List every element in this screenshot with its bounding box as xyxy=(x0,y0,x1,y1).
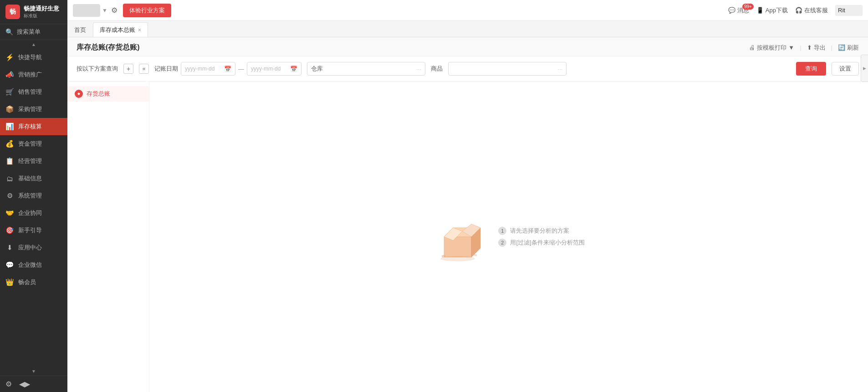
date-end-input[interactable]: yyyy-mm-dd 📅 xyxy=(247,62,301,76)
export-btn[interactable]: ⬆ 导出 xyxy=(807,44,826,52)
sidebar-item-member[interactable]: 👑 畅会员 xyxy=(0,274,67,291)
sidebar-menu: ⚡ 快捷导航 📣 营销推广 🛒 销售管理 📦 采购管理 📊 库存核算 💰 资金管… xyxy=(0,49,67,367)
calendar-end-icon[interactable]: 📅 xyxy=(290,66,297,72)
warehouse-select[interactable]: 仓库 ··· xyxy=(307,62,425,76)
quick-nav-icon: ⚡ xyxy=(5,53,14,61)
refresh-btn[interactable]: 🔄 刷新 xyxy=(838,44,859,52)
filter-area: 按以下方案查询 + « 记账日期 yyyy-mm-dd 📅 — yyyy-mm-… xyxy=(67,56,868,81)
app-center-icon: ⬇ xyxy=(5,244,14,252)
topbar-settings-icon[interactable]: ⚙ xyxy=(111,6,117,15)
filter-row: 按以下方案查询 + « 记账日期 yyyy-mm-dd 📅 — yyyy-mm-… xyxy=(77,62,859,76)
step-1-circle: 1 xyxy=(498,227,506,235)
guide-icon: 🎯 xyxy=(5,226,14,234)
sidebar-item-basic[interactable]: 🗂 基础信息 xyxy=(0,170,67,187)
product-more-icon[interactable]: ··· xyxy=(557,66,562,72)
right-panel-collapse-btn[interactable]: ▶ xyxy=(861,55,868,82)
sidebar-item-system[interactable]: ⚙ 系统管理 xyxy=(0,187,67,204)
product-select[interactable]: ··· xyxy=(448,62,567,76)
sidebar-item-purchase[interactable]: 📦 采购管理 xyxy=(0,101,67,118)
topbar: ▼ ⚙ 体验行业方案 💬 消息 99+ 📱 App下载 🎧 在线客服 Rit xyxy=(67,0,868,21)
svg-marker-0 xyxy=(444,237,471,257)
phone-icon: 📱 xyxy=(756,7,764,14)
page-content: 库存总账(存货总账) 🖨 按模板打印 ▼ | ⬆ 导出 | 🔄 刷新 xyxy=(67,37,868,392)
sidebar-search[interactable]: 🔍 搜索菜单 xyxy=(0,24,67,40)
refresh-icon: 🔄 xyxy=(838,44,845,51)
sidebar-item-sales[interactable]: 🛒 销售管理 xyxy=(0,83,67,101)
page-header-actions: 🖨 按模板打印 ▼ | ⬆ 导出 | 🔄 刷新 xyxy=(749,44,859,52)
collapse-sidebar-icon[interactable]: ◀▶ xyxy=(19,380,30,388)
export-icon: ⬆ xyxy=(807,44,812,51)
sidebar-item-marketing[interactable]: 📣 营销推广 xyxy=(0,66,67,83)
print-icon: 🖨 xyxy=(749,44,755,51)
main-area: ▼ ⚙ 体验行业方案 💬 消息 99+ 📱 App下载 🎧 在线客服 Rit xyxy=(67,0,868,392)
cooperation-icon: 🤝 xyxy=(5,209,14,217)
empty-illustration-svg xyxy=(433,209,487,264)
product-label: 商品 xyxy=(431,65,443,73)
logo-icon: 畅 xyxy=(5,5,20,19)
marketing-icon: 📣 xyxy=(5,71,14,79)
settings-footer-icon[interactable]: ⚙ xyxy=(5,380,12,388)
search-btn[interactable]: 查询 xyxy=(796,62,826,76)
sidebar-item-cooperation[interactable]: 🤝 企业协同 xyxy=(0,204,67,222)
tab-inventory-cost[interactable]: 库存成本总账 × xyxy=(93,22,148,37)
app-logo: 畅 畅捷通好生意 标准版 xyxy=(0,0,67,24)
wechat-icon: 💬 xyxy=(5,261,14,269)
empty-illustration xyxy=(433,209,487,264)
empty-state: 1 请先选择要分析的方案 2 用[过滤]条件来缩小分析范围 xyxy=(433,209,584,264)
sidebar-item-operation[interactable]: 📋 经营管理 xyxy=(0,153,67,170)
date-start-input[interactable]: yyyy-mm-dd 📅 xyxy=(181,62,235,76)
sidebar-item-inventory[interactable]: 📊 库存核算 xyxy=(0,118,67,135)
sidebar-item-guide[interactable]: 🎯 新手引导 xyxy=(0,222,67,239)
messages-btn[interactable]: 💬 消息 99+ xyxy=(728,6,749,15)
operation-icon: 📋 xyxy=(5,157,14,165)
system-icon: ⚙ xyxy=(5,192,14,200)
logo-text: 畅捷通好生意 标准版 xyxy=(24,5,59,19)
scheme-item-inventory-ledger[interactable]: 存货总账 xyxy=(67,86,149,102)
warehouse-more-icon[interactable]: ··· xyxy=(416,66,421,72)
tab-home[interactable]: 首页 xyxy=(67,22,93,37)
breadcrumb: ▼ ⚙ 体验行业方案 xyxy=(73,4,725,17)
content-area: 1 请先选择要分析的方案 2 用[过滤]条件来缩小分析范围 xyxy=(149,81,868,392)
topbar-right: 💬 消息 99+ 📱 App下载 🎧 在线客服 Rit xyxy=(728,5,863,16)
date-label: 记账日期 xyxy=(154,65,178,73)
messages-badge: 99+ xyxy=(742,4,754,10)
sidebar-item-finance[interactable]: 💰 资金管理 xyxy=(0,135,67,153)
breadcrumb-chevron-icon[interactable]: ▼ xyxy=(102,7,107,14)
tabbar: 首页 库存成本总账 × xyxy=(67,21,868,37)
member-icon: 👑 xyxy=(5,278,14,286)
user-avatar-breadcrumb xyxy=(73,4,100,17)
filter-collapse-btn[interactable]: « xyxy=(139,64,149,74)
message-icon: 💬 xyxy=(728,7,735,14)
filter-add-btn[interactable]: + xyxy=(123,64,133,74)
page-title: 库存总账(存货总账) xyxy=(77,43,749,52)
print-dropdown-icon: ▼ xyxy=(788,44,794,51)
headset-icon: 🎧 xyxy=(795,7,802,14)
filter-label: 按以下方案查询 xyxy=(77,65,118,73)
user-name-area[interactable]: Rit xyxy=(835,5,863,16)
industry-btn[interactable]: 体验行业方案 xyxy=(123,4,171,17)
sales-icon: 🛒 xyxy=(5,88,14,96)
calendar-start-icon[interactable]: 📅 xyxy=(224,66,231,72)
sidebar-item-wechat[interactable]: 💬 企业微信 xyxy=(0,256,67,274)
scroll-down-arrow[interactable]: ▼ xyxy=(0,367,67,376)
filter-date-group: 记账日期 yyyy-mm-dd 📅 — yyyy-mm-dd 📅 xyxy=(154,62,301,76)
settings-btn[interactable]: 设置 xyxy=(832,62,859,76)
empty-step-1: 1 请先选择要分析的方案 xyxy=(498,227,584,235)
scheme-sidebar: 存货总账 xyxy=(67,81,149,392)
scheme-panel: 存货总账 xyxy=(67,81,868,392)
app-download-btn[interactable]: 📱 App下载 xyxy=(756,6,788,15)
inventory-icon: 📊 xyxy=(5,122,14,131)
purchase-icon: 📦 xyxy=(5,105,14,113)
scheme-item-icon xyxy=(75,90,83,98)
sidebar-item-quick-nav[interactable]: ⚡ 快捷导航 xyxy=(0,49,67,66)
tab-close-icon[interactable]: × xyxy=(138,27,141,33)
step-2-circle: 2 xyxy=(498,239,506,247)
sidebar: 畅 畅捷通好生意 标准版 🔍 搜索菜单 ▲ ⚡ 快捷导航 📣 营销推广 🛒 销售… xyxy=(0,0,67,392)
sidebar-item-app-center[interactable]: ⬇ 应用中心 xyxy=(0,239,67,256)
sidebar-footer: ⚙ ◀▶ xyxy=(0,376,67,392)
online-support-btn[interactable]: 🎧 在线客服 xyxy=(795,6,828,15)
page-header: 库存总账(存货总账) 🖨 按模板打印 ▼ | ⬆ 导出 | 🔄 刷新 xyxy=(67,37,868,56)
scroll-up-arrow[interactable]: ▲ xyxy=(0,40,67,49)
print-template-btn[interactable]: 🖨 按模板打印 ▼ xyxy=(749,44,794,52)
search-icon: 🔍 xyxy=(5,28,13,36)
